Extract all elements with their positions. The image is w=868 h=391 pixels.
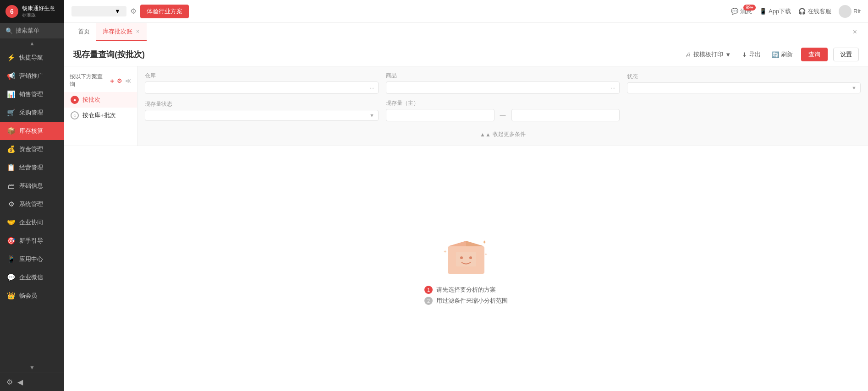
marketing-icon: 📢	[6, 71, 16, 81]
online-service-label: 在线客服	[808, 7, 831, 16]
sidebar-item-basic-info[interactable]: 🗃 基础信息	[0, 177, 64, 195]
collapse-sidebar-icon[interactable]: ◀	[17, 378, 23, 386]
topbar-dropdown-icon: ▼	[115, 8, 121, 15]
qty-max-wrapper[interactable]	[511, 109, 620, 121]
member-icon: 👑	[6, 291, 16, 300]
inventory-status-field: 现存量状态 ▼	[145, 100, 379, 121]
nav-label: 快捷导航	[19, 54, 43, 62]
empty-state: ✦ ✦ ✦ 1 请先选择要分析的方案 2 用过滤条件来缩小分析范围	[64, 146, 868, 391]
collapse-more-btn[interactable]: ▲▲ 收起更多条件	[145, 127, 861, 140]
settings-icon[interactable]: ⚙	[6, 378, 13, 386]
scroll-up-button[interactable]: ▲	[0, 38, 64, 49]
empty-tips: 1 请先选择要分析的方案 2 用过滤条件来缩小分析范围	[424, 286, 508, 305]
sidebar-item-app-center[interactable]: 📱 应用中心	[0, 250, 64, 268]
finance-icon: 💰	[6, 145, 16, 154]
warehouse-input[interactable]	[149, 84, 367, 91]
sidebar-item-quick-nav[interactable]: ⚡ 快捷导航	[0, 49, 64, 67]
settings-btn[interactable]: 设置	[833, 48, 859, 61]
filter-add-icon[interactable]: +	[110, 77, 114, 85]
user-menu[interactable]: Rit	[839, 5, 861, 18]
qty-min-input[interactable]	[390, 112, 490, 119]
svg-text:✦: ✦	[482, 239, 487, 245]
print-btn[interactable]: 🖨 按模板打印 ▼	[683, 49, 734, 60]
svg-point-4	[460, 256, 463, 259]
sidebar-item-system[interactable]: ⚙ 系统管理	[0, 195, 64, 213]
sidebar-item-marketing[interactable]: 📢 营销推广	[0, 67, 64, 85]
filter-settings-icon[interactable]: ⚙	[117, 77, 122, 84]
tab-home[interactable]: 首页	[71, 23, 96, 41]
operations-icon: 📋	[6, 163, 16, 172]
scheme-active-icon: ●	[71, 96, 79, 104]
sales-icon: 📊	[6, 90, 16, 99]
nav-label: 系统管理	[19, 200, 43, 208]
product-input-wrapper[interactable]: ···	[386, 81, 620, 94]
user-name: Rit	[853, 8, 861, 15]
sidebar-item-purchase[interactable]: 🛒 采购管理	[0, 103, 64, 122]
experience-btn[interactable]: 体验行业方案	[140, 5, 189, 18]
empty-illustration: ✦ ✦ ✦	[439, 233, 494, 278]
nav-label: 经营管理	[19, 163, 43, 172]
message-btn[interactable]: 💬 消息 99+	[731, 7, 752, 16]
sidebar-bottom: ⚙ ◀	[0, 373, 64, 391]
headset-icon: 🎧	[798, 8, 806, 15]
query-btn[interactable]: 查询	[801, 48, 828, 61]
sidebar-item-finance[interactable]: 💰 资金管理	[0, 140, 64, 158]
collapse-up-icon: ▲▲	[480, 131, 491, 138]
tab-home-label: 首页	[78, 27, 90, 36]
sidebar-item-sales[interactable]: 📊 销售管理	[0, 85, 64, 103]
status-select[interactable]: ▼	[627, 82, 861, 93]
brand-name: 畅康通好生意	[22, 5, 55, 12]
status-label: 状态	[627, 73, 861, 81]
topbar-search-input[interactable]	[76, 8, 113, 15]
sidebar-item-inventory[interactable]: 📦 库存核算	[0, 122, 64, 140]
new-guide-icon: 🎯	[6, 236, 16, 245]
tabbar: 首页 库存批次账 × ×	[64, 23, 868, 41]
sidebar-item-member[interactable]: 👑 畅会员	[0, 287, 64, 305]
scheme-item-warehouse-batch[interactable]: ○ 按仓库+批次	[64, 108, 137, 123]
collapse-label: 收起更多条件	[493, 130, 526, 138]
search-label: 搜索菜单	[16, 27, 39, 35]
topbar-search-wrapper[interactable]: ▼	[71, 6, 126, 16]
topbar-settings-icon[interactable]: ⚙	[130, 7, 137, 16]
tab-inventory-batch[interactable]: 库存批次账 ×	[96, 23, 147, 41]
filter-row-2: 现存量状态 ▼ 现存量（主） —	[145, 99, 861, 121]
qty-min-wrapper[interactable]	[386, 109, 494, 121]
filter-sidebar-title: 按以下方案查询	[70, 73, 107, 88]
warehouse-more-icon[interactable]: ···	[370, 85, 374, 91]
page-close-btn[interactable]: ×	[849, 26, 861, 38]
app-center-icon: 📱	[6, 255, 16, 264]
scheme-inactive-icon: ○	[71, 111, 79, 119]
sidebar-search[interactable]: 🔍 搜索菜单	[0, 23, 64, 38]
refresh-label: 刷新	[781, 50, 793, 59]
inventory-status-label: 现存量状态	[145, 100, 379, 108]
svg-text:✦: ✦	[484, 252, 488, 256]
brand-sub: 标准版	[22, 12, 55, 18]
nav-label: 库存核算	[19, 127, 43, 135]
product-input[interactable]	[390, 84, 608, 91]
inventory-status-select[interactable]: ▼	[145, 110, 379, 121]
sidebar-item-operations[interactable]: 📋 经营管理	[0, 158, 64, 177]
warehouse-label: 仓库	[145, 72, 379, 80]
qty-max-input[interactable]	[516, 112, 616, 119]
sidebar-item-new-guide[interactable]: 🎯 新手引导	[0, 232, 64, 250]
sidebar-item-wechat[interactable]: 💬 企业微信	[0, 268, 64, 287]
search-icon: 🔍	[5, 27, 13, 34]
refresh-btn[interactable]: 🔄 刷新	[769, 49, 796, 60]
content-header: 现存量查询(按批次) 🖨 按模板打印 ▼ ⬇ 导出 🔄 刷新 查询 设置	[64, 41, 868, 66]
scroll-down-button[interactable]: ▼	[0, 363, 64, 373]
message-icon: 💬	[731, 8, 738, 15]
product-more-icon[interactable]: ···	[611, 85, 615, 91]
empty-tip-1: 1 请先选择要分析的方案	[424, 286, 508, 294]
app-download-btn[interactable]: 📱 App下载	[759, 7, 791, 16]
tab-close-btn[interactable]: ×	[135, 27, 140, 36]
filter-collapse-icon[interactable]: ≪	[125, 77, 132, 84]
purchase-icon: 🛒	[6, 108, 16, 117]
sidebar-item-enterprise[interactable]: 🤝 企业协同	[0, 213, 64, 232]
nav-label: 基础信息	[19, 182, 43, 190]
export-btn[interactable]: ⬇ 导出	[739, 49, 764, 60]
online-service-btn[interactable]: 🎧 在线客服	[798, 7, 831, 16]
warehouse-input-wrapper[interactable]: ···	[145, 81, 379, 94]
scheme-item-batch[interactable]: ● 按批次	[64, 92, 137, 108]
tip-text-1: 请先选择要分析的方案	[436, 286, 496, 294]
empty-tip-2: 2 用过滤条件来缩小分析范围	[424, 297, 508, 305]
